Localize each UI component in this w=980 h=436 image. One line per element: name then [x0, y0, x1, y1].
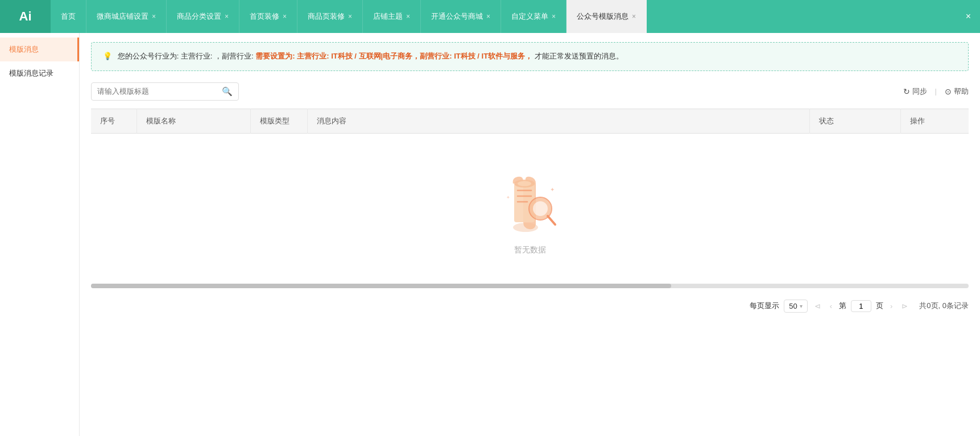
col-header-type: 模版类型 — [250, 109, 307, 133]
nav-tab-micro-store-label: 微商城店铺设置 — [97, 11, 148, 22]
page-size-selector[interactable]: 50 ▾ — [784, 300, 807, 313]
sidebar-item-template-record[interactable]: 模版消息记录 — [0, 61, 79, 85]
svg-text:✦: ✦ — [506, 195, 510, 200]
search-input-wrap: 🔍 — [91, 82, 239, 101]
col-header-content: 消息内容 — [307, 109, 809, 133]
page-suffix: 页 — [876, 301, 883, 311]
svg-point-6 — [518, 181, 531, 186]
nav-tab-product-category-close[interactable]: × — [225, 13, 229, 20]
nav-tab-store-theme-label: 店铺主题 — [373, 11, 403, 22]
col-header-index: 序号 — [91, 109, 137, 133]
nav-tab-product-category[interactable]: 商品分类设置 × — [167, 0, 239, 33]
nav-tab-open-mall[interactable]: 开通公众号商城 × — [421, 0, 501, 33]
nav-tab-template-msg[interactable]: 公众号模版消息 × — [567, 0, 647, 33]
page-number-input[interactable] — [851, 300, 871, 312]
nav-tab-store-theme-close[interactable]: × — [406, 13, 410, 20]
sync-label: 同步 — [912, 86, 927, 97]
page-size-value: 50 — [789, 302, 797, 310]
page-size-label: 每页显示 — [750, 301, 779, 311]
col-header-action: 操作 — [900, 109, 969, 133]
empty-state: ✦ ✦ 暂无数据 — [91, 134, 969, 278]
sync-button[interactable]: ↻ 同步 — [903, 86, 927, 97]
nav-tab-product-decor-close[interactable]: × — [348, 13, 352, 20]
col-header-name: 模版名称 — [137, 109, 250, 133]
notice-prefix: 您的公众号行业为: 主营行业: ，副营行业: — [118, 52, 254, 60]
nav-tab-micro-store-close[interactable]: × — [152, 13, 156, 20]
search-button[interactable]: 🔍 — [222, 86, 233, 97]
search-input[interactable] — [97, 87, 220, 95]
notice-banner: 💡 您的公众号行业为: 主营行业: ，副营行业: 需要设置为: 主营行业: IT… — [91, 42, 969, 71]
horizontal-scrollbar[interactable] — [91, 284, 969, 288]
nav-tab-open-mall-label: 开通公众号商城 — [431, 11, 483, 22]
last-page-button[interactable]: ⊳ — [899, 301, 910, 312]
nav-tab-product-decor[interactable]: 商品页装修 × — [297, 0, 363, 33]
nav-tab-home[interactable]: 首页 — [51, 0, 86, 33]
main-layout: 模版消息 模版消息记录 💡 您的公众号行业为: 主营行业: ，副营行业: 需要设… — [0, 33, 980, 436]
search-bar: 🔍 ↻ 同步 | ⊙ 帮助 — [91, 82, 969, 101]
sidebar-item-template-msg[interactable]: 模版消息 — [0, 38, 79, 61]
table-header-row: 序号 模版名称 模版类型 消息内容 状态 操作 — [91, 109, 969, 133]
nav-tab-home-decor-close[interactable]: × — [283, 13, 287, 20]
data-table: 序号 模版名称 模版类型 消息内容 状态 操作 — [91, 109, 969, 134]
notice-icon: 💡 — [103, 52, 112, 60]
help-label: 帮助 — [954, 86, 969, 97]
nav-tab-template-msg-close[interactable]: × — [632, 13, 636, 20]
search-actions: ↻ 同步 | ⊙ 帮助 — [903, 86, 969, 97]
col-header-status: 状态 — [809, 109, 900, 133]
empty-illustration: ✦ ✦ — [496, 168, 564, 236]
svg-text:✦: ✦ — [550, 186, 555, 193]
scrollbar-thumb[interactable] — [91, 284, 671, 288]
prev-page-button[interactable]: ‹ — [828, 301, 834, 312]
first-page-button[interactable]: ⊲ — [812, 301, 823, 312]
nav-tab-product-category-label: 商品分类设置 — [177, 11, 221, 22]
content-area: 💡 您的公众号行业为: 主营行业: ，副营行业: 需要设置为: 主营行业: IT… — [80, 33, 980, 436]
nav-tab-product-decor-label: 商品页装修 — [308, 11, 345, 22]
sync-icon: ↻ — [903, 87, 910, 96]
pagination: 每页显示 50 ▾ ⊲ ‹ 第 页 › ⊳ 共0页, 0条记录 — [91, 294, 969, 315]
nav-tab-home-decor[interactable]: 首页装修 × — [239, 0, 297, 33]
nav-tab-custom-menu-close[interactable]: × — [552, 13, 556, 20]
notice-highlight: 需要设置为: 主营行业: IT科技 / 互联网|电子商务，副营行业: IT科技 … — [255, 52, 532, 60]
app-logo: Ai — [0, 0, 51, 33]
svg-point-8 — [533, 201, 548, 216]
nav-tab-custom-menu-label: 自定义菜单 — [511, 11, 548, 22]
total-info: 共0页, 0条记录 — [919, 301, 969, 311]
nav-tab-home-label: 首页 — [61, 11, 76, 22]
nav-tab-open-mall-close[interactable]: × — [486, 13, 490, 20]
nav-tab-home-decor-label: 首页装修 — [250, 11, 279, 22]
nav-tab-custom-menu[interactable]: 自定义菜单 × — [501, 0, 567, 33]
nav-tab-micro-store[interactable]: 微商城店铺设置 × — [86, 0, 167, 33]
help-icon: ⊙ — [945, 87, 952, 96]
page-prefix: 第 — [839, 301, 846, 311]
empty-text: 暂无数据 — [514, 245, 546, 255]
close-all-button[interactable]: × — [957, 0, 980, 33]
sidebar: 模版消息 模版消息记录 — [0, 33, 80, 436]
nav-tabs: 首页 微商城店铺设置 × 商品分类设置 × 首页装修 × 商品页装修 × 店铺主… — [51, 0, 957, 33]
nav-tab-template-msg-label: 公众号模版消息 — [577, 11, 628, 22]
next-page-button[interactable]: › — [888, 301, 895, 312]
page-size-dropdown-icon: ▾ — [800, 303, 803, 309]
divider: | — [935, 87, 937, 95]
help-button[interactable]: ⊙ 帮助 — [945, 86, 969, 97]
notice-suffix: 才能正常发送预置的消息。 — [535, 52, 623, 60]
top-navigation: Ai 首页 微商城店铺设置 × 商品分类设置 × 首页装修 × 商品页装修 × … — [0, 0, 980, 33]
nav-tab-store-theme[interactable]: 店铺主题 × — [363, 0, 421, 33]
svg-line-9 — [548, 216, 555, 225]
